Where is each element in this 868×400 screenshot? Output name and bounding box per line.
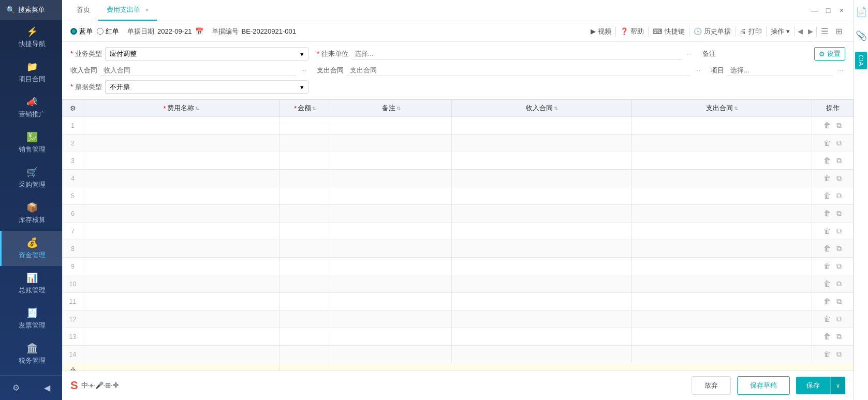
row-remark-7[interactable] [331,223,451,240]
row-amount-4[interactable] [279,170,331,187]
expense-contract-input[interactable] [347,65,690,76]
row-delete-btn-8[interactable]: 🗑 [821,243,833,254]
row-amount-11[interactable] [279,293,331,310]
radio-red-input[interactable] [97,28,104,35]
row-delete-btn-10[interactable]: 🗑 [821,278,833,289]
row-copy-btn-14[interactable]: ⧉ [834,349,844,359]
radio-red-label[interactable]: 红单 [97,27,119,36]
biz-type-select[interactable]: 应付调整 ▾ [105,47,308,61]
row-remark-10[interactable] [331,275,451,293]
row-amount-1[interactable] [279,117,331,135]
row-expense-contract-9[interactable] [632,258,812,275]
row-amount-7[interactable] [279,223,331,240]
row-amount-8[interactable] [279,240,331,258]
row-expense-name-14[interactable] [83,346,279,363]
row-delete-btn-9[interactable]: 🗑 [821,261,833,271]
history-btn[interactable]: 🕒 历史单据 [690,26,734,37]
th-gear[interactable]: ⚙ [63,100,83,117]
row-delete-btn-7[interactable]: 🗑 [821,226,833,236]
row-expense-name-12[interactable] [83,310,279,328]
row-income-contract-5[interactable] [452,187,632,205]
list-view-icon[interactable]: ☰ [818,25,831,37]
sidebar-item-fixed-assets[interactable]: 🏗️ 固定资产 [0,372,62,375]
row-expense-name-2[interactable] [83,135,279,152]
discard-btn[interactable]: 放弃 [692,376,731,395]
row-expense-contract-1[interactable] [632,117,812,135]
row-remark-6[interactable] [331,205,451,223]
row-remark-13[interactable] [331,328,451,346]
row-income-contract-10[interactable] [452,275,632,293]
partner-input[interactable] [351,48,682,60]
sidebar-item-marketing[interactable]: 📣 营销推广 [0,90,62,125]
row-remark-8[interactable] [331,240,451,258]
settings-btn[interactable]: ⚙ 设置 [814,47,845,61]
row-expense-contract-6[interactable] [632,205,812,223]
row-expense-contract-14[interactable] [632,346,812,363]
expense-contract-more[interactable]: ··· [693,67,702,74]
row-amount-3[interactable] [279,152,331,170]
row-amount-2[interactable] [279,135,331,152]
row-remark-9[interactable] [331,258,451,275]
row-delete-btn-13[interactable]: 🗑 [821,331,833,342]
row-expense-contract-10[interactable] [632,275,812,293]
row-expense-name-4[interactable] [83,170,279,187]
row-copy-btn-8[interactable]: ⧉ [834,243,844,254]
row-copy-btn-1[interactable]: ⧉ [834,120,844,130]
sidebar-item-sales-mgmt[interactable]: 💹 销售管理 [0,125,62,160]
ops-btn[interactable]: 操作 ▾ [768,26,793,37]
row-delete-btn-3[interactable]: 🗑 [821,155,833,166]
row-delete-btn-5[interactable]: 🗑 [821,190,833,201]
row-copy-btn-4[interactable]: ⧉ [834,173,844,183]
row-copy-btn-3[interactable]: ⧉ [834,155,844,166]
row-expense-name-5[interactable] [83,187,279,205]
row-remark-11[interactable] [331,293,451,310]
window-close-btn[interactable]: × [836,5,847,16]
row-delete-btn-1[interactable]: 🗑 [821,120,833,130]
th-amount[interactable]: * 金额 ⇅ [279,100,331,117]
nav-left-icon[interactable]: ◀ [796,26,805,36]
row-amount-12[interactable] [279,310,331,328]
row-amount-13[interactable] [279,328,331,346]
income-contract-more[interactable]: ··· [299,67,308,74]
row-income-contract-6[interactable] [452,205,632,223]
row-copy-btn-13[interactable]: ⧉ [834,331,844,342]
row-expense-contract-13[interactable] [632,328,812,346]
row-expense-name-7[interactable] [83,223,279,240]
row-income-contract-7[interactable] [452,223,632,240]
row-income-contract-9[interactable] [452,258,632,275]
partner-more-btn[interactable]: ··· [685,50,694,57]
volume-icon[interactable]: ◀ [40,381,54,395]
row-expense-contract-8[interactable] [632,240,812,258]
shortcut-btn[interactable]: ⌨ 快捷键 [650,26,688,37]
sidebar-item-quick-nav[interactable]: ⚡ 快捷导航 [0,20,62,55]
row-expense-name-10[interactable] [83,275,279,293]
row-income-contract-11[interactable] [452,293,632,310]
row-income-contract-14[interactable] [452,346,632,363]
settings-icon[interactable]: ⚙ [8,381,24,395]
nav-right-icon[interactable]: ▶ [806,26,815,36]
row-income-contract-8[interactable] [452,240,632,258]
row-expense-contract-11[interactable] [632,293,812,310]
row-copy-btn-5[interactable]: ⧉ [834,190,844,201]
save-draft-btn[interactable]: 保存草稿 [737,376,790,395]
row-remark-5[interactable] [331,187,451,205]
sidebar-item-purchase-mgmt[interactable]: 🛒 采购管理 [0,160,62,196]
row-expense-contract-4[interactable] [632,170,812,187]
row-amount-10[interactable] [279,275,331,293]
tab-expense[interactable]: 费用支出单 × [98,0,157,21]
th-expense-contract[interactable]: 支出合同 ⇅ [632,100,812,117]
row-copy-btn-10[interactable]: ⧉ [834,278,844,289]
right-panel-icon2[interactable]: 📎 [855,28,868,43]
row-copy-btn-12[interactable]: ⧉ [834,314,844,324]
row-expense-name-3[interactable] [83,152,279,170]
row-income-contract-2[interactable] [452,135,632,152]
row-expense-contract-3[interactable] [632,152,812,170]
sidebar-item-project-contract[interactable]: 📁 项目合同 [0,55,62,90]
row-remark-3[interactable] [331,152,451,170]
radio-blue-input[interactable] [70,28,77,35]
row-expense-contract-5[interactable] [632,187,812,205]
income-contract-input[interactable] [100,65,296,76]
row-income-contract-13[interactable] [452,328,632,346]
invoice-type-select[interactable]: 不开票 ▾ [105,80,308,94]
row-expense-name-1[interactable] [83,117,279,135]
